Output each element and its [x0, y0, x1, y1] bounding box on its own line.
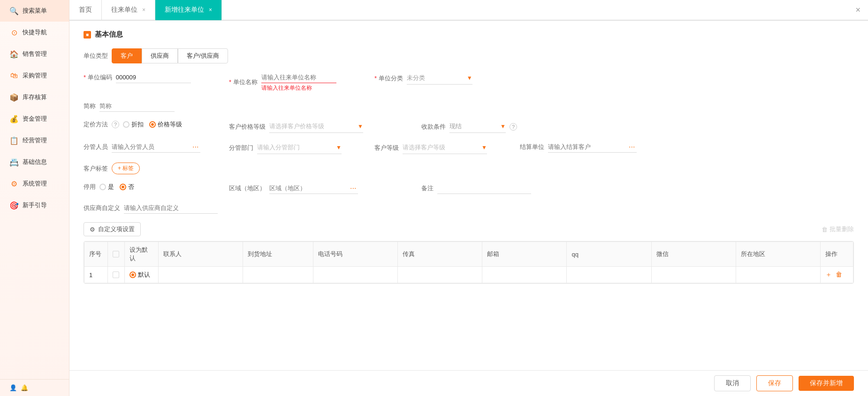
sidebar-item-new-guide[interactable]: 🎯 新手引导	[0, 194, 69, 216]
save-add-button[interactable]: 保存并新增	[799, 376, 854, 391]
quick-nav-icon: ⊙	[9, 28, 19, 37]
settlement-unit-wrapper: ···	[548, 141, 637, 153]
save-button[interactable]: 保存	[756, 375, 793, 391]
disabled-no-radio	[120, 184, 126, 190]
payment-terms-select[interactable]: 现结 ▼	[449, 120, 506, 133]
settlement-unit-label: 结算单位	[520, 143, 544, 151]
qq-input[interactable]	[571, 272, 646, 279]
unit-type-customer-btn[interactable]: 客户	[112, 48, 142, 63]
pricing-discount-option[interactable]: 折扣	[123, 120, 144, 129]
sidebar-item-quick-nav[interactable]: ⊙ 快捷导航	[0, 22, 69, 43]
region-input[interactable]	[269, 183, 348, 194]
tags-row: 客户标签 + 标签	[84, 163, 854, 174]
manager-more-icon[interactable]: ···	[190, 143, 200, 151]
tabs-bar: 首页 往来单位 × 新增往来单位 × ×	[69, 0, 868, 21]
table-body: 1 默认	[84, 267, 853, 283]
email-input[interactable]	[487, 272, 562, 279]
delete-row-icon[interactable]: 🗑	[836, 271, 842, 279]
pricing-help-icon[interactable]: ?	[112, 121, 119, 128]
pricing-method-label: 定价方法	[84, 120, 108, 129]
close-all-tabs[interactable]: ×	[848, 5, 868, 15]
settlement-unit-field: 结算单位 ···	[520, 141, 651, 153]
cell-qq[interactable]	[567, 267, 651, 283]
disabled-no-option[interactable]: 否	[120, 183, 134, 191]
tab-home[interactable]: 首页	[69, 0, 102, 20]
cell-email[interactable]	[482, 267, 567, 283]
customer-level-label: 客户等级	[374, 144, 399, 152]
row-checkbox[interactable]	[113, 272, 119, 278]
payment-terms-help-icon[interactable]: ?	[510, 123, 517, 131]
unit-type-both-btn[interactable]: 客户/供应商	[178, 48, 228, 63]
disabled-radio-group: 是 否	[99, 183, 134, 191]
payment-terms-label: 收款条件	[421, 123, 446, 131]
unit-type-row: 单位类型 客户 供应商 客户/供应商	[84, 48, 854, 63]
manager-input[interactable]	[112, 141, 190, 152]
settlement-unit-input[interactable]	[548, 141, 627, 152]
settlement-unit-more-icon[interactable]: ···	[627, 143, 637, 151]
main-content: 首页 往来单位 × 新增往来单位 × × ■ 基本信息 单位类型 客户 供应商 …	[69, 0, 868, 396]
disabled-row: 停用 是 否 区域（地区） ···	[84, 183, 854, 194]
finance-icon: 💰	[9, 114, 19, 124]
wechat-input[interactable]	[656, 272, 731, 279]
cell-fax[interactable]	[398, 267, 482, 283]
new-guide-icon: 🎯	[9, 201, 19, 210]
unit-name-input[interactable]	[261, 72, 336, 83]
tab-new-partner[interactable]: 新增往来单位 ×	[155, 0, 222, 20]
unit-code-input[interactable]	[116, 72, 191, 83]
cell-contact[interactable]	[158, 267, 243, 283]
cell-address[interactable]	[243, 267, 313, 283]
department-select[interactable]: 请输入分管部门 ▼	[257, 141, 342, 154]
section-title: ■ 基本信息	[84, 30, 854, 39]
add-row-icon[interactable]: ＋	[825, 271, 832, 279]
phone-input[interactable]	[318, 272, 393, 279]
cell-phone[interactable]	[313, 267, 397, 283]
unit-type-supplier-btn[interactable]: 供应商	[142, 48, 178, 63]
custom-settings-btn[interactable]: ⚙ 自定义项设置	[84, 222, 141, 236]
customer-level-select[interactable]: 请选择客户等级 ▼	[403, 141, 487, 154]
tab-partner[interactable]: 往来单位 ×	[102, 0, 155, 20]
sidebar-item-finance[interactable]: 💰 资金管理	[0, 108, 69, 130]
sidebar-item-system[interactable]: ⚙ 系统管理	[0, 173, 69, 194]
region-more-icon[interactable]: ···	[348, 184, 358, 193]
unit-category-select[interactable]: 未分类 ▼	[407, 72, 472, 85]
purchase-icon: 🛍	[9, 71, 19, 80]
supplier-custom-input[interactable]	[124, 202, 218, 214]
cell-wechat[interactable]	[651, 267, 736, 283]
th-region: 所在地区	[736, 242, 820, 267]
disabled-yes-radio	[99, 184, 106, 190]
sidebar-item-sales[interactable]: 🏠 销售管理	[0, 43, 69, 65]
batch-delete-btn[interactable]: 🗑 批量删除	[822, 225, 854, 233]
cell-region[interactable]	[736, 267, 820, 283]
customer-price-level-select[interactable]: 请选择客户价格等级 ▼	[269, 120, 363, 133]
sidebar-bottom[interactable]: 👤 🔔	[0, 379, 69, 396]
region-col-input[interactable]	[741, 272, 815, 279]
remarks-input[interactable]	[437, 183, 531, 194]
sidebar-item-search[interactable]: 🔍 搜索菜单	[0, 0, 69, 22]
department-label: 分管部门	[229, 144, 253, 152]
pricing-price-level-option[interactable]: 价格等级	[149, 120, 182, 129]
sidebar-item-inventory[interactable]: 📦 库存核算	[0, 86, 69, 108]
disabled-field: 停用 是 否	[84, 183, 215, 191]
fax-input[interactable]	[403, 272, 477, 279]
sidebar-item-basic-info[interactable]: 📇 基础信息	[0, 151, 69, 173]
customer-price-level-label: 客户价格等级	[229, 123, 266, 131]
unit-code-field: 单位编码	[84, 72, 215, 83]
unit-type-group: 客户 供应商 客户/供应商	[112, 48, 228, 63]
unit-type-label: 单位类型	[84, 52, 108, 60]
sidebar-item-operations[interactable]: 📋 经营管理	[0, 130, 69, 151]
add-tag-button[interactable]: + 标签	[112, 163, 140, 174]
address-input[interactable]	[248, 272, 308, 279]
close-partner-tab[interactable]: ×	[142, 7, 145, 13]
disabled-yes-option[interactable]: 是	[99, 183, 114, 191]
search-icon: 🔍	[9, 6, 19, 16]
contact-input[interactable]	[163, 272, 238, 279]
close-new-partner-tab[interactable]: ×	[209, 7, 212, 13]
code-name-row: 单位编码 单位名称 请输入往来单位名称 单位分类 未分类 ▼	[84, 72, 854, 92]
abbreviation-input[interactable]	[99, 101, 175, 112]
supplier-custom-row: 供应商自定义	[84, 202, 854, 214]
row-default-radio-item[interactable]: 默认	[129, 271, 153, 279]
select-all-checkbox[interactable]	[113, 251, 119, 257]
sidebar-item-purchase[interactable]: 🛍 采购管理	[0, 65, 69, 86]
customer-tags-field: 客户标签 + 标签	[84, 163, 215, 174]
cancel-button[interactable]: 取消	[714, 375, 751, 391]
